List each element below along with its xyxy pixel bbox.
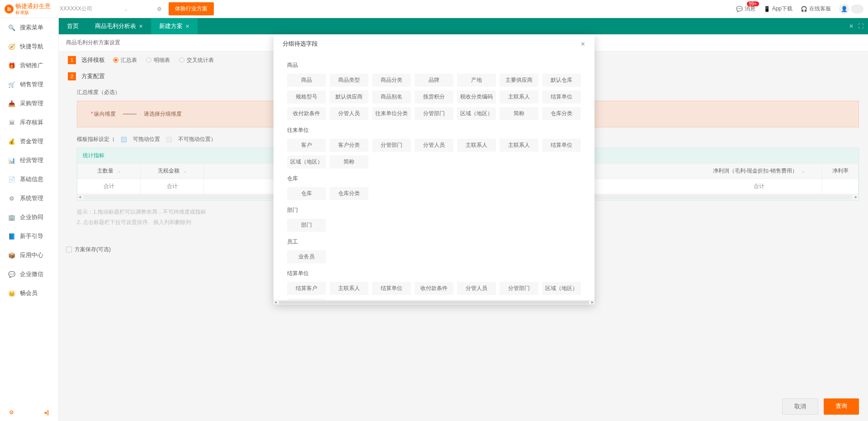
- field-chip[interactable]: 商品别名: [372, 90, 411, 103]
- field-group-title: 商品: [287, 61, 590, 69]
- field-chip-row: 商品商品类型商品分类品牌产地主要供应商默认仓库规格型号默认供应商商品别名拣货积分…: [287, 74, 590, 120]
- field-chip[interactable]: 结算单位: [542, 139, 581, 152]
- field-chip[interactable]: 规格型号: [287, 90, 326, 103]
- field-chip[interactable]: 主联系人: [500, 90, 538, 103]
- field-chip[interactable]: 仓库分类: [542, 107, 581, 120]
- field-chip[interactable]: 业务员: [287, 250, 326, 263]
- modal-body: 商品商品商品类型商品分类品牌产地主要供应商默认仓库规格型号默认供应商商品别名拣货…: [274, 53, 594, 300]
- field-chip[interactable]: 部门: [287, 219, 326, 232]
- field-group-title: 结算单位: [287, 270, 590, 277]
- field-chip[interactable]: 仓库分类: [330, 187, 368, 200]
- field-chip[interactable]: 往来单位分类: [372, 107, 411, 120]
- field-chip[interactable]: 分管部门: [415, 107, 453, 120]
- field-chip[interactable]: 分管部门: [372, 139, 411, 152]
- field-chip[interactable]: 产地: [457, 74, 496, 87]
- close-icon[interactable]: ✕: [580, 41, 585, 47]
- modal-header: 分组待选字段 ✕: [274, 34, 594, 53]
- field-chip-row: 业务员: [287, 250, 590, 263]
- field-chip-row: 客户客户分类分管部门分管人员主联系人主联系人结算单位区域（地区）简称: [287, 139, 590, 168]
- field-chip[interactable]: 默认仓库: [542, 74, 581, 87]
- modal-title: 分组待选字段: [283, 40, 318, 48]
- field-chip[interactable]: 主联系人: [330, 282, 368, 295]
- modal-horizontal-scrollbar[interactable]: [274, 300, 594, 304]
- field-chip[interactable]: 主要供应商: [500, 74, 538, 87]
- field-chip[interactable]: 主联系人: [457, 139, 496, 152]
- field-chip[interactable]: 仓库: [287, 187, 326, 200]
- field-chip[interactable]: 分管部门: [500, 282, 538, 295]
- field-group-title: 仓库: [287, 175, 590, 182]
- field-chip[interactable]: 商品分类: [372, 74, 411, 87]
- field-chip[interactable]: 区域（地区）: [287, 155, 326, 168]
- field-chip[interactable]: 客户: [287, 139, 326, 152]
- field-chip[interactable]: 区域（地区）: [457, 107, 496, 120]
- field-chip[interactable]: 简称: [500, 107, 538, 120]
- field-chip-row: 仓库仓库分类: [287, 187, 590, 200]
- field-chip[interactable]: 结算单位: [542, 90, 581, 103]
- field-group-title: 往来单位: [287, 126, 590, 134]
- field-chip-row: 结算客户主联系人结算单位收付款条件分管人员分管部门区域（地区）简称: [287, 282, 590, 300]
- field-chip[interactable]: 收付款条件: [415, 282, 453, 295]
- field-chip[interactable]: 结算单位: [372, 282, 411, 295]
- field-chip-row: 部门: [287, 219, 590, 232]
- field-chip[interactable]: 商品类型: [330, 74, 368, 87]
- field-chip[interactable]: 结算客户: [287, 282, 326, 295]
- field-group-title: 员工: [287, 238, 590, 246]
- field-chip[interactable]: 区域（地区）: [542, 282, 581, 295]
- field-chip[interactable]: 收付款条件: [287, 107, 326, 120]
- field-chip[interactable]: 主联系人: [500, 139, 538, 152]
- field-chip[interactable]: 简称: [330, 155, 368, 168]
- field-chip[interactable]: 分管人员: [330, 107, 368, 120]
- field-chip[interactable]: 品牌: [415, 74, 453, 87]
- field-chip[interactable]: 分管人员: [457, 282, 496, 295]
- field-chip[interactable]: 默认供应商: [330, 90, 368, 103]
- field-chip[interactable]: 分管人员: [415, 139, 453, 152]
- field-chip[interactable]: 拣货积分: [415, 90, 453, 103]
- field-group-title: 部门: [287, 206, 590, 214]
- field-chip[interactable]: 客户分类: [330, 139, 368, 152]
- field-chip[interactable]: 税收分类编码: [457, 90, 496, 103]
- field-chip[interactable]: 商品: [287, 74, 326, 87]
- field-selector-modal: 分组待选字段 ✕ 商品商品商品类型商品分类品牌产地主要供应商默认仓库规格型号默认…: [274, 34, 594, 304]
